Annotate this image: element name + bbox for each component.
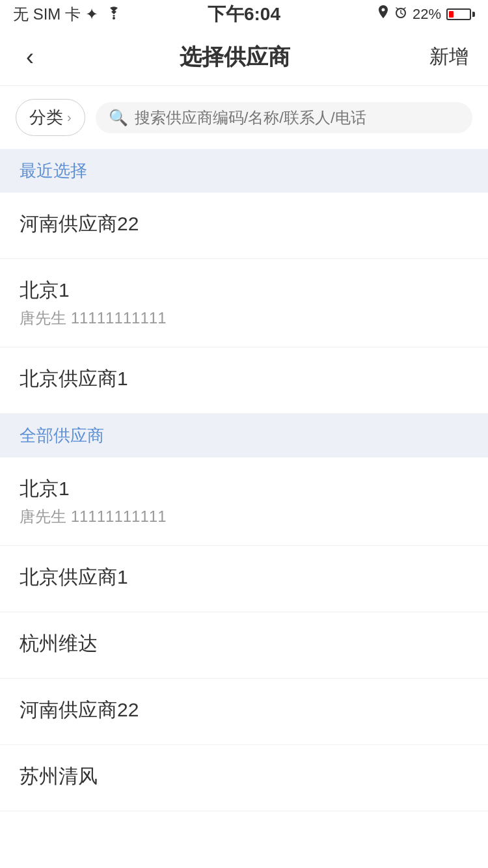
recent-section-label: 最近选择	[20, 161, 87, 180]
page-title: 选择供应商	[180, 42, 290, 72]
all-list-item[interactable]: 苏州清风	[0, 745, 488, 811]
alarm-icon	[394, 5, 407, 23]
status-time: 下午6:04	[208, 2, 280, 27]
item-name: 北京供应商1	[20, 366, 468, 392]
search-icon: 🔍	[109, 109, 128, 127]
category-filter-button[interactable]: 分类 ›	[16, 99, 85, 136]
recent-list-item[interactable]: 北京供应商1	[0, 347, 488, 414]
all-section-header: 全部供应商	[0, 414, 488, 457]
all-list-item[interactable]: 北京1唐先生 11111111111	[0, 457, 488, 546]
item-name: 北京1	[20, 476, 468, 502]
item-name: 北京1	[20, 277, 468, 304]
no-sim-label: 无 SIM 卡 ✦	[13, 4, 98, 25]
item-name: 杭州维达	[20, 631, 468, 657]
nav-bar: ‹ 选择供应商 新增	[0, 29, 488, 86]
all-items-list: 北京1唐先生 11111111111北京供应商1杭州维达河南供应商22苏州清风	[0, 457, 488, 811]
all-list-item[interactable]: 杭州维达	[0, 612, 488, 679]
chevron-right-icon: ›	[67, 110, 72, 125]
status-left: 无 SIM 卡 ✦	[13, 4, 123, 25]
recent-items-list: 河南供应商22北京1唐先生 11111111111北京供应商1	[0, 193, 488, 414]
wifi-icon	[105, 5, 123, 23]
back-button[interactable]: ‹	[20, 37, 40, 77]
status-right: 22%	[377, 5, 475, 23]
location-icon	[377, 5, 389, 23]
item-name: 苏州清风	[20, 763, 468, 790]
svg-point-0	[113, 17, 115, 20]
battery-percent: 22%	[413, 6, 441, 23]
item-name: 河南供应商22	[20, 211, 468, 237]
recent-section-header: 最近选择	[0, 149, 488, 193]
new-action-button[interactable]: 新增	[429, 44, 468, 70]
recent-list-item[interactable]: 河南供应商22	[0, 193, 488, 259]
all-list-item[interactable]: 北京供应商1	[0, 546, 488, 612]
status-bar: 无 SIM 卡 ✦ 下午6:04 22%	[0, 0, 488, 29]
search-input[interactable]	[135, 109, 459, 127]
all-list-item[interactable]: 河南供应商22	[0, 679, 488, 745]
filter-bar: 分类 › 🔍	[0, 86, 488, 149]
recent-list-item[interactable]: 北京1唐先生 11111111111	[0, 259, 488, 347]
battery-icon	[446, 8, 475, 20]
search-bar[interactable]: 🔍	[96, 102, 472, 133]
item-sub: 唐先生 11111111111	[20, 308, 468, 329]
item-name: 北京供应商1	[20, 564, 468, 591]
item-name: 河南供应商22	[20, 697, 468, 724]
category-label: 分类	[29, 106, 63, 129]
item-sub: 唐先生 11111111111	[20, 506, 468, 527]
all-section-label: 全部供应商	[20, 426, 104, 445]
